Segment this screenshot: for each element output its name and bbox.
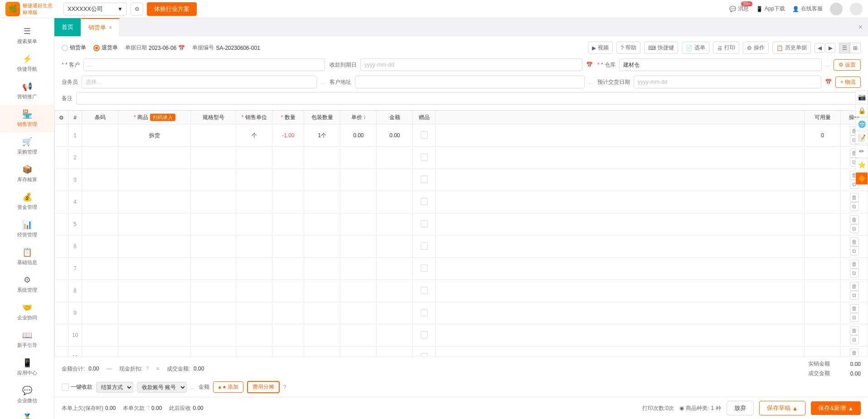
row-spec-2[interactable]	[191, 169, 236, 191]
save-new-button[interactable]: 保存&新增 ▲	[811, 401, 861, 415]
row-unit-8[interactable]	[236, 302, 272, 324]
sidebar-item-search[interactable]: ☰ 搜索菜单	[0, 22, 54, 49]
row-delete-9[interactable]: 🗑	[850, 326, 859, 335]
row-price-4[interactable]	[340, 213, 377, 236]
row-pack-7[interactable]	[304, 280, 340, 302]
window-close-icon[interactable]: ×	[858, 23, 863, 31]
row-unit-7[interactable]	[236, 280, 272, 302]
sidebar-item-enterprise[interactable]: 🤝 企业协同	[0, 298, 54, 326]
row-product-3[interactable]	[118, 191, 191, 213]
sidebar-item-wechat[interactable]: 💬 企业微信	[0, 381, 54, 409]
select-button[interactable]: 📄 选单	[682, 42, 709, 54]
row-copy-6[interactable]: ⧉	[850, 269, 859, 278]
row-amount-3[interactable]	[377, 191, 413, 213]
warehouse-input[interactable]: 建材仓	[619, 58, 822, 71]
settlement-method-select[interactable]: 结算方式	[96, 382, 133, 393]
row-unit-4[interactable]	[236, 213, 272, 236]
row-qty-6[interactable]	[272, 258, 304, 280]
row-gift-9[interactable]	[413, 324, 436, 347]
prev-button[interactable]: ◀	[815, 43, 824, 53]
row-unit-9[interactable]	[236, 324, 272, 347]
row-pack-10[interactable]	[304, 347, 340, 356]
row-price-7[interactable]	[340, 280, 377, 302]
online-service-button[interactable]: 👤 在线客服	[792, 5, 823, 13]
row-qty-1[interactable]	[272, 147, 304, 169]
row-spec-5[interactable]	[191, 236, 236, 258]
row-copy-5[interactable]: ⧉	[850, 246, 859, 255]
row-qty-5[interactable]	[272, 236, 304, 258]
row-unit-1[interactable]	[236, 147, 272, 169]
row-amount-2[interactable]	[377, 169, 413, 191]
sidebar-item-purchase[interactable]: 🛒 采购管理	[0, 132, 54, 160]
row-copy-7[interactable]: ⧉	[850, 291, 859, 300]
row-copy-8[interactable]: ⧉	[850, 313, 859, 322]
row-amount-0[interactable]: 0.00	[377, 125, 413, 147]
row-spec-4[interactable]	[191, 213, 236, 236]
row-gift-5[interactable]	[413, 236, 436, 258]
row-delete-6[interactable]: 🗑	[850, 260, 859, 269]
row-price-3[interactable]	[340, 191, 377, 213]
row-product-6[interactable]	[118, 258, 191, 280]
delivery-input[interactable]: yyyy-mm-dd	[634, 76, 821, 88]
row-price-10[interactable]	[340, 347, 377, 356]
row-qty-9[interactable]	[272, 324, 304, 347]
row-price-6[interactable]	[340, 258, 377, 280]
row-barcode-0[interactable]	[82, 125, 118, 147]
row-product-0[interactable]: 拆货	[118, 125, 191, 147]
row-spec-8[interactable]	[191, 302, 236, 324]
address-input[interactable]	[355, 76, 585, 88]
row-amount-7[interactable]	[377, 280, 413, 302]
one-click-payment-check[interactable]: 一键收款	[62, 383, 92, 391]
tab-sale-order[interactable]: 销货单 ×	[81, 18, 120, 36]
row-amount-10[interactable]	[377, 347, 413, 356]
col-header-settings[interactable]: ⚙	[55, 111, 68, 125]
message-button[interactable]: 💬 消息 99+	[729, 5, 749, 13]
row-price-0[interactable]: 0.00	[340, 125, 377, 147]
row-unit-5[interactable]	[236, 236, 272, 258]
row-barcode-10[interactable]	[82, 347, 118, 356]
row-price-1[interactable]	[340, 147, 377, 169]
row-amount-6[interactable]	[377, 258, 413, 280]
row-pack-2[interactable]	[304, 169, 340, 191]
row-barcode-6[interactable]	[82, 258, 118, 280]
row-gift-7[interactable]	[413, 280, 436, 302]
row-gift-1[interactable]	[413, 147, 436, 169]
row-gift-10[interactable]	[413, 347, 436, 356]
payment-due-input[interactable]: yyyy-mm-dd	[360, 58, 582, 71]
row-spec-0[interactable]	[191, 125, 236, 147]
row-delete-3[interactable]: 🗑	[850, 193, 859, 202]
list-view-button[interactable]: ☰	[839, 43, 850, 53]
next-button[interactable]: ▶	[825, 43, 835, 53]
company-selector[interactable]: XXXXXX公司 ▼	[63, 3, 127, 15]
row-qty-7[interactable]	[272, 280, 304, 302]
row-amount-4[interactable]	[377, 213, 413, 236]
row-delete-4[interactable]: 🗑	[850, 215, 859, 224]
row-gift-8[interactable]	[413, 302, 436, 324]
float-star[interactable]: ⭐	[855, 159, 868, 171]
settings-icon[interactable]: ⚙	[131, 3, 143, 15]
float-edit[interactable]: ✏	[855, 145, 868, 158]
row-product-1[interactable]	[118, 147, 191, 169]
row-gift-3[interactable]	[413, 191, 436, 213]
row-copy-3[interactable]: ⧉	[850, 202, 859, 211]
row-spec-1[interactable]	[191, 147, 236, 169]
radio-sale[interactable]: 销货单	[62, 44, 86, 52]
row-unit-6[interactable]	[236, 258, 272, 280]
operate-button[interactable]: ⚙ 操作	[743, 42, 769, 54]
row-qty-0[interactable]: -1.00	[272, 125, 304, 147]
print-button[interactable]: 🖨 打印	[713, 42, 739, 54]
row-amount-1[interactable]	[377, 147, 413, 169]
tab-home[interactable]: 首页	[54, 18, 81, 36]
sidebar-item-inventory[interactable]: 📦 库存核算	[0, 160, 54, 188]
salesman-input[interactable]: 选择...	[82, 76, 317, 88]
scan-btn[interactable]: 扫码录入	[150, 114, 175, 121]
row-gift-6[interactable]	[413, 258, 436, 280]
row-barcode-1[interactable]	[82, 147, 118, 169]
row-spec-10[interactable]	[191, 347, 236, 356]
row-barcode-2[interactable]	[82, 169, 118, 191]
row-product-5[interactable]	[118, 236, 191, 258]
sidebar-item-member[interactable]: 🏅 畅会员	[0, 409, 54, 419]
row-product-10[interactable]	[118, 347, 191, 356]
row-pack-0[interactable]: 1个	[304, 125, 340, 147]
sidebar-item-guide[interactable]: 📖 新手引导	[0, 326, 54, 353]
